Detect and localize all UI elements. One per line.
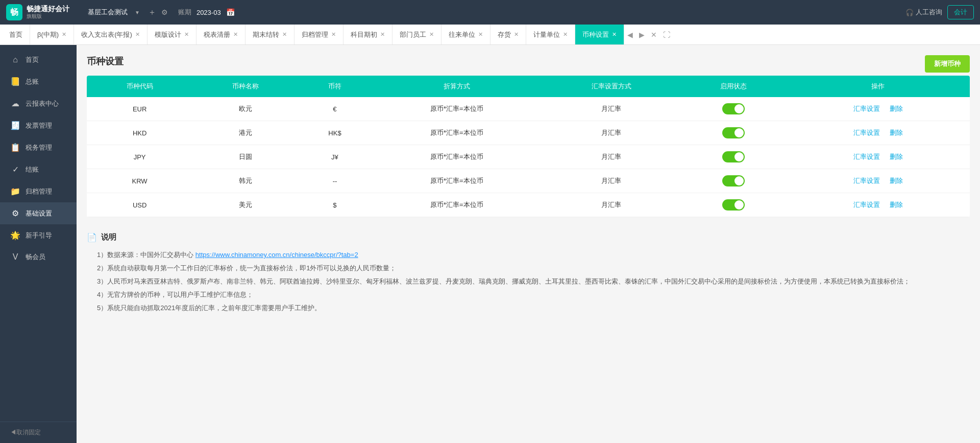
content-header: 币种设置 新增币种 — [87, 55, 970, 67]
sidebar-item-basic-settings[interactable]: ⚙ 基础设置 — [0, 202, 77, 224]
settings-icon[interactable]: ⚙ — [161, 8, 168, 16]
delete-link-2[interactable]: 删除 — [890, 153, 903, 160]
new-currency-button[interactable]: 新增币种 — [925, 55, 970, 73]
cell-code-4: USD — [87, 193, 192, 217]
tab-dept[interactable]: 部门员工 ✕ — [393, 25, 442, 45]
delete-link-3[interactable]: 删除 — [890, 177, 903, 184]
tab-close-all-button[interactable]: ✕ — [648, 31, 660, 39]
tab-close-contacts[interactable]: ✕ — [478, 31, 483, 38]
tab-bar: 首页 β(中期) ✕ 收入支出表(年报) ✕ 模版设计 ✕ 税表清册 ✕ 期末结… — [0, 25, 980, 45]
sidebar-item-archive[interactable]: 📁 归档管理 — [0, 180, 77, 202]
sidebar-item-guide[interactable]: 🌟 新手引导 — [0, 224, 77, 246]
cell-symbol-4: $ — [298, 193, 371, 217]
tab-template[interactable]: 模版设计 ✕ — [148, 25, 197, 45]
tab-currency[interactable]: 币种设置 ✕ — [575, 25, 624, 45]
rate-settings-link-1[interactable]: 汇率设置 — [853, 129, 880, 136]
table-row: KRW 韩元 -- 原币*汇率=本位币 月汇率 汇率设置 删除 — [87, 169, 970, 193]
period-value[interactable]: 2023-03 — [197, 9, 221, 16]
tab-close-subjects[interactable]: ✕ — [380, 31, 385, 38]
cell-status-2 — [681, 145, 787, 169]
cell-rate-type-1: 月汇率 — [542, 121, 680, 145]
tab-close-archive[interactable]: ✕ — [331, 31, 336, 38]
tab-close-dept[interactable]: ✕ — [429, 31, 434, 38]
rate-settings-link-4[interactable]: 汇率设置 — [853, 201, 880, 208]
cell-code-1: HKD — [87, 121, 192, 145]
col-header-status: 启用状态 — [681, 76, 787, 97]
calendar-icon[interactable]: 📅 — [226, 8, 235, 16]
notes-link[interactable]: https://www.chinamoney.com.cn/chinese/bk… — [195, 251, 358, 259]
tab-contacts[interactable]: 往来单位 ✕ — [442, 25, 491, 45]
account-button[interactable]: 会计 — [947, 5, 974, 19]
tab-expand-button[interactable]: ⛶ — [660, 31, 673, 39]
ledger-icon: 📒 — [10, 77, 20, 86]
sidebar-item-reports[interactable]: ☁ 云报表中心 — [0, 92, 77, 114]
top-bar: 畅 畅捷通好会计 旗舰版 基层工会测试 ▼ ＋ ⚙ 账期 2023-03 📅 🎧… — [0, 0, 980, 25]
tab-tax[interactable]: 税表清册 ✕ — [197, 25, 246, 45]
member-icon: V — [10, 252, 20, 262]
main-layout: ⌂ 首页 📒 总账 ☁ 云报表中心 🧾 发票管理 📋 税务管理 ✓ 结账 📁 归… — [0, 45, 980, 443]
project-name[interactable]: 基层工会测试 — [88, 8, 128, 17]
table-row: HKD 港元 HK$ 原币*汇率=本位币 月汇率 汇率设置 删除 — [87, 121, 970, 145]
tab-close-unit[interactable]: ✕ — [563, 31, 568, 38]
cell-rate-type-0: 月汇率 — [542, 97, 680, 121]
tab-close-template[interactable]: ✕ — [184, 31, 189, 38]
table-header-row: 币种代码 币种名称 币符 折算方式 汇率设置方式 启用状态 操作 — [87, 76, 970, 97]
note-item-1: 1）数据来源：中国外汇交易中心 https://www.chinamoney.c… — [97, 248, 970, 262]
sidebar-item-checkout[interactable]: ✓ 结账 — [0, 158, 77, 180]
sidebar-item-invoice[interactable]: 🧾 发票管理 — [0, 114, 77, 136]
tab-unit[interactable]: 计量单位 ✕ — [526, 25, 575, 45]
cell-status-3 — [681, 169, 787, 193]
tab-archive[interactable]: 归档管理 ✕ — [295, 25, 344, 45]
project-dropdown-icon[interactable]: ▼ — [135, 10, 140, 15]
cell-symbol-3: -- — [298, 169, 371, 193]
toggle-enabled-0[interactable] — [722, 103, 745, 114]
cell-conversion-0: 原币*汇率=本位币 — [372, 97, 543, 121]
cell-conversion-1: 原币*汇率=本位币 — [372, 121, 543, 145]
rate-settings-link-0[interactable]: 汇率设置 — [853, 105, 880, 112]
tab-close-balance[interactable]: ✕ — [62, 31, 66, 38]
cloud-icon: ☁ — [10, 99, 20, 108]
support-button[interactable]: 🎧 人工咨询 — [905, 8, 942, 17]
logo-icon: 畅 — [6, 4, 22, 20]
toggle-enabled-1[interactable] — [722, 127, 745, 138]
rate-settings-link-2[interactable]: 汇率设置 — [853, 153, 880, 160]
tab-inventory[interactable]: 存货 ✕ — [491, 25, 526, 45]
tab-subjects[interactable]: 科目期初 ✕ — [344, 25, 393, 45]
table-row: JPY 日圆 J¥ 原币*汇率=本位币 月汇率 汇率设置 删除 — [87, 145, 970, 169]
sidebar-item-tax[interactable]: 📋 税务管理 — [0, 136, 77, 158]
delete-link-1[interactable]: 删除 — [890, 129, 903, 136]
sidebar-item-home[interactable]: ⌂ 首页 — [0, 49, 77, 71]
cell-actions-3: 汇率设置 删除 — [787, 169, 970, 193]
delete-link-4[interactable]: 删除 — [890, 201, 903, 208]
cell-name-4: 美元 — [192, 193, 298, 217]
delete-link-0[interactable]: 删除 — [890, 105, 903, 112]
toggle-enabled-4[interactable] — [722, 199, 745, 211]
tab-home[interactable]: 首页 — [2, 25, 30, 45]
tab-balance[interactable]: β(中期) ✕ — [30, 25, 74, 45]
logo-area: 畅 畅捷通好会计 旗舰版 — [6, 4, 83, 20]
tab-income[interactable]: 收入支出表(年报) ✕ — [74, 25, 148, 45]
tab-close-currency[interactable]: ✕ — [612, 31, 617, 38]
tab-next-button[interactable]: ▶ — [636, 31, 648, 39]
tab-close-income[interactable]: ✕ — [135, 31, 140, 38]
app-edition: 旗舰版 — [27, 13, 69, 20]
notes-content: 1）数据来源：中国外汇交易中心 https://www.chinamoney.c… — [87, 248, 970, 315]
tab-close-period-end[interactable]: ✕ — [282, 31, 287, 38]
content-area: 币种设置 新增币种 币种代码 币种名称 币符 折算方式 汇率设置方式 启用状态 … — [77, 45, 980, 443]
table-row: USD 美元 $ 原币*汇率=本位币 月汇率 汇率设置 删除 — [87, 193, 970, 217]
toggle-enabled-2[interactable] — [722, 151, 745, 162]
sidebar: ⌂ 首页 📒 总账 ☁ 云报表中心 🧾 发票管理 📋 税务管理 ✓ 结账 📁 归… — [0, 45, 77, 443]
tab-close-tax[interactable]: ✕ — [233, 31, 238, 38]
tab-close-inventory[interactable]: ✕ — [514, 31, 519, 38]
sidebar-item-ledger[interactable]: 📒 总账 — [0, 71, 77, 92]
cell-code-3: KRW — [87, 169, 192, 193]
sidebar-item-member[interactable]: V 畅会员 — [0, 246, 77, 268]
tab-prev-button[interactable]: ◀ — [624, 31, 636, 39]
tab-period-end[interactable]: 期末结转 ✕ — [246, 25, 295, 45]
rate-settings-link-3[interactable]: 汇率设置 — [853, 177, 880, 184]
toggle-enabled-3[interactable] — [722, 175, 745, 186]
cell-name-2: 日圆 — [192, 145, 298, 169]
cell-actions-2: 汇率设置 删除 — [787, 145, 970, 169]
collapse-sidebar-button[interactable]: ◀取消固定 — [0, 422, 77, 443]
add-project-button[interactable]: ＋ — [148, 7, 156, 18]
